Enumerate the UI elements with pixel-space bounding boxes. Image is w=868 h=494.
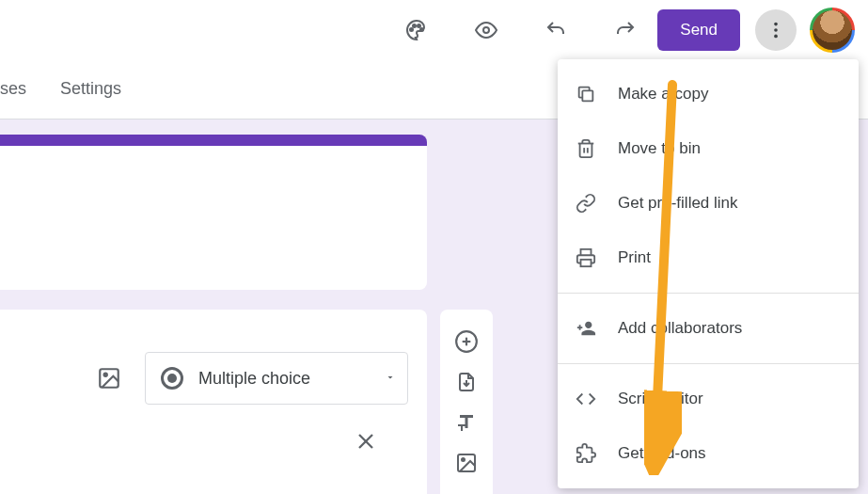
menu-item-label: Move to bin [618, 139, 701, 158]
add-title-icon[interactable] [451, 409, 481, 435]
question-type-label: Multiple choice [198, 369, 370, 389]
menu-print[interactable]: Print [558, 231, 859, 285]
menu-item-label: Make a copy [618, 85, 708, 104]
menu-get-addons[interactable]: Get add-ons [558, 426, 859, 481]
question-type-select[interactable]: Multiple choice [145, 352, 408, 405]
svg-point-2 [418, 24, 420, 27]
menu-item-label: Script editor [618, 390, 703, 408]
menu-script-editor[interactable]: Script editor [558, 372, 859, 426]
svg-rect-21 [581, 260, 592, 266]
copy-icon [575, 83, 597, 105]
link-icon [575, 192, 597, 215]
preview-icon[interactable] [467, 11, 505, 49]
undo-icon[interactable] [537, 11, 575, 49]
form-header-card[interactable] [0, 135, 427, 290]
tab-settings[interactable]: Settings [43, 79, 138, 99]
svg-point-1 [413, 24, 416, 27]
menu-divider [558, 363, 859, 364]
menu-item-label: Add collaborators [618, 319, 742, 338]
redo-icon[interactable] [607, 11, 644, 49]
chevron-down-icon [385, 370, 396, 387]
svg-point-5 [774, 22, 778, 25]
import-questions-icon[interactable] [451, 369, 481, 394]
menu-prefilled-link[interactable]: Get pre-filled link [558, 176, 859, 231]
svg-point-6 [774, 28, 778, 32]
menu-add-collaborators[interactable]: Add collaborators [558, 301, 859, 356]
header: Send [0, 0, 868, 59]
radio-icon [161, 367, 183, 390]
question-card[interactable]: Multiple choice [0, 310, 427, 494]
add-image-icon[interactable] [451, 450, 481, 475]
svg-point-17 [462, 458, 465, 461]
tab-responses[interactable]: ses [0, 79, 43, 99]
svg-rect-18 [582, 90, 592, 101]
svg-point-0 [410, 28, 413, 31]
menu-item-label: Get pre-filled link [618, 194, 738, 213]
menu-divider [558, 293, 859, 294]
svg-point-4 [483, 27, 489, 33]
send-button[interactable]: Send [657, 9, 740, 51]
code-icon [575, 388, 597, 410]
avatar[interactable] [810, 8, 855, 53]
add-image-icon[interactable] [90, 359, 128, 397]
add-question-icon[interactable] [451, 328, 481, 354]
more-menu-button[interactable] [755, 9, 797, 51]
svg-point-3 [420, 28, 423, 31]
menu-item-label: Print [618, 248, 651, 267]
question-toolbar [440, 310, 493, 494]
svg-point-9 [104, 374, 107, 376]
more-menu-dropdown: Make a copy Move to bin Get pre-filled l… [558, 59, 859, 488]
menu-move-to-bin[interactable]: Move to bin [558, 121, 859, 176]
customize-theme-icon[interactable] [398, 11, 435, 49]
add-collaborators-icon [575, 317, 597, 340]
remove-option-icon[interactable] [353, 428, 379, 458]
trash-icon [575, 137, 597, 160]
extension-icon [575, 442, 597, 465]
question-row: Multiple choice [0, 310, 427, 405]
menu-make-copy[interactable]: Make a copy [558, 67, 859, 121]
print-icon [575, 247, 597, 269]
menu-item-label: Get add-ons [618, 444, 706, 463]
svg-point-7 [774, 34, 778, 38]
